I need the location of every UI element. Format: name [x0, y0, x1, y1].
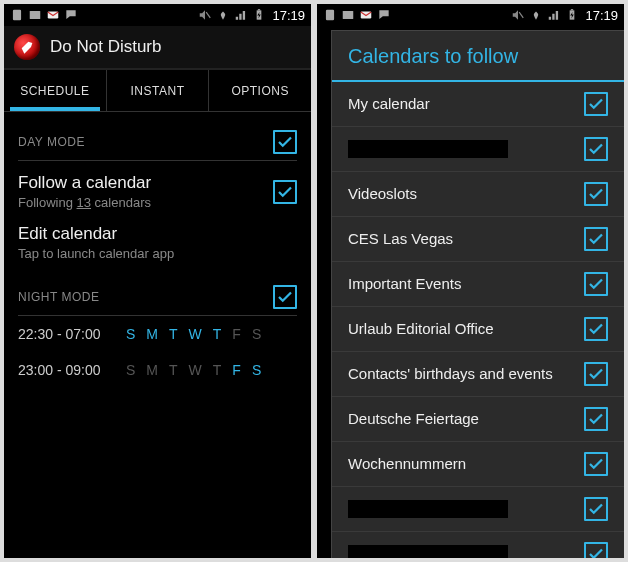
day-letter: T — [213, 326, 222, 342]
calendar-item[interactable]: Wochennummern — [332, 442, 624, 487]
battery-icon — [565, 8, 579, 22]
day-letter: T — [213, 362, 222, 378]
calendar-item-checkbox[interactable] — [584, 182, 608, 206]
svg-rect-11 — [571, 9, 573, 10]
sim-icon — [323, 8, 337, 22]
mute-icon — [511, 8, 525, 22]
schedule-time: 23:00 - 09:00 — [18, 362, 126, 378]
status-bar: 17:19 — [317, 4, 624, 26]
svg-line-9 — [520, 12, 524, 18]
signal-icon — [234, 8, 248, 22]
calendar-item[interactable]: Urlaub Editorial Office — [332, 307, 624, 352]
tab-bar: SCHEDULE INSTANT OPTIONS — [4, 70, 311, 112]
follow-calendar-setting[interactable]: Follow a calendar Following 13 calendars — [18, 161, 297, 220]
tab-instant-label: INSTANT — [131, 84, 185, 98]
calendars-dialog: Calendars to follow My calendarVideoslot… — [331, 30, 624, 558]
status-clock: 17:19 — [272, 8, 305, 23]
day-letter: S — [126, 326, 135, 342]
day-letter: F — [232, 362, 241, 378]
mute-icon — [198, 8, 212, 22]
night-schedule-row[interactable]: 23:00 - 09:00SMTWTFS — [18, 352, 297, 388]
chat-icon — [64, 8, 78, 22]
calendar-item[interactable]: Contacts' birthdays and events — [332, 352, 624, 397]
calendar-item-label — [348, 545, 508, 558]
follow-calendar-sub: Following 13 calendars — [18, 195, 151, 210]
edit-calendar-setting[interactable]: Edit calendar Tap to launch calendar app — [18, 220, 297, 271]
action-bar: Do Not Disturb — [4, 26, 311, 70]
day-mode-label: DAY MODE — [18, 135, 85, 149]
tab-options-label: OPTIONS — [231, 84, 289, 98]
chat-icon — [377, 8, 391, 22]
follow-calendar-checkbox[interactable] — [273, 180, 297, 204]
app-icon — [14, 34, 40, 60]
day-letter: W — [189, 326, 202, 342]
gallery-icon — [341, 8, 355, 22]
calendar-item[interactable]: Important Events — [332, 262, 624, 307]
calendar-item-label: Deutsche Feiertage — [348, 410, 489, 429]
tab-schedule[interactable]: SCHEDULE — [4, 70, 107, 111]
day-letter: S — [252, 362, 261, 378]
svg-rect-0 — [13, 10, 21, 21]
night-schedule-row[interactable]: 22:30 - 07:00SMTWTFS — [18, 316, 297, 352]
calendar-item-checkbox[interactable] — [584, 137, 608, 161]
day-mode-header[interactable]: DAY MODE — [18, 116, 297, 161]
calendar-list[interactable]: My calendarVideoslotsCES Las VegasImport… — [332, 82, 624, 558]
wifi-icon — [529, 8, 543, 22]
edit-calendar-title: Edit calendar — [18, 224, 174, 244]
svg-rect-6 — [326, 10, 334, 21]
calendar-item[interactable]: CES Las Vegas — [332, 217, 624, 262]
calendar-item-label: Urlaub Editorial Office — [348, 320, 504, 339]
svg-line-3 — [207, 12, 211, 18]
calendar-item-checkbox[interactable] — [584, 317, 608, 341]
calendar-item-checkbox[interactable] — [584, 452, 608, 476]
calendar-item[interactable] — [332, 532, 624, 558]
gallery-icon — [28, 8, 42, 22]
calendar-item-label: Important Events — [348, 275, 471, 294]
calendar-item-label — [348, 140, 508, 158]
mail-icon — [46, 8, 60, 22]
calendar-item-label: Videoslots — [348, 185, 427, 204]
night-mode-label: NIGHT MODE — [18, 290, 99, 304]
day-letter: T — [169, 362, 178, 378]
signal-icon — [547, 8, 561, 22]
night-mode-checkbox[interactable] — [273, 285, 297, 309]
day-mode-checkbox[interactable] — [273, 130, 297, 154]
calendar-item-checkbox[interactable] — [584, 362, 608, 386]
calendar-item-checkbox[interactable] — [584, 407, 608, 431]
calendar-item[interactable]: My calendar — [332, 82, 624, 127]
tab-instant[interactable]: INSTANT — [107, 70, 210, 111]
calendar-item-checkbox[interactable] — [584, 227, 608, 251]
phone-left: 17:19 Do Not Disturb SCHEDULE INSTANT OP… — [4, 4, 311, 558]
calendar-item-checkbox[interactable] — [584, 497, 608, 521]
schedule-days: SMTWTFS — [126, 326, 261, 342]
day-letter: F — [232, 326, 241, 342]
calendar-item-label: My calendar — [348, 95, 440, 114]
calendar-item-checkbox[interactable] — [584, 92, 608, 116]
schedule-time: 22:30 - 07:00 — [18, 326, 126, 342]
calendar-item[interactable] — [332, 127, 624, 172]
day-letter: M — [146, 362, 158, 378]
calendar-item-label: Contacts' birthdays and events — [348, 365, 563, 384]
battery-icon — [252, 8, 266, 22]
day-letter: M — [146, 326, 158, 342]
calendar-item-checkbox[interactable] — [584, 272, 608, 296]
day-letter: T — [169, 326, 178, 342]
day-letter: S — [252, 326, 261, 342]
svg-rect-7 — [343, 11, 354, 19]
calendar-item[interactable] — [332, 487, 624, 532]
svg-rect-5 — [258, 9, 260, 10]
calendar-item[interactable]: Deutsche Feiertage — [332, 397, 624, 442]
calendar-item-label: CES Las Vegas — [348, 230, 463, 249]
tab-options[interactable]: OPTIONS — [209, 70, 311, 111]
app-title: Do Not Disturb — [50, 37, 161, 57]
calendar-item[interactable]: Videoslots — [332, 172, 624, 217]
night-mode-header[interactable]: NIGHT MODE — [18, 271, 297, 316]
mail-icon — [359, 8, 373, 22]
calendar-item-checkbox[interactable] — [584, 542, 608, 558]
day-letter: S — [126, 362, 135, 378]
status-clock: 17:19 — [585, 8, 618, 23]
day-letter: W — [189, 362, 202, 378]
night-schedule-list: 22:30 - 07:00SMTWTFS23:00 - 09:00SMTWTFS — [18, 316, 297, 388]
schedule-content: DAY MODE Follow a calendar Following 13 … — [4, 112, 311, 558]
calendar-item-label — [348, 500, 508, 518]
